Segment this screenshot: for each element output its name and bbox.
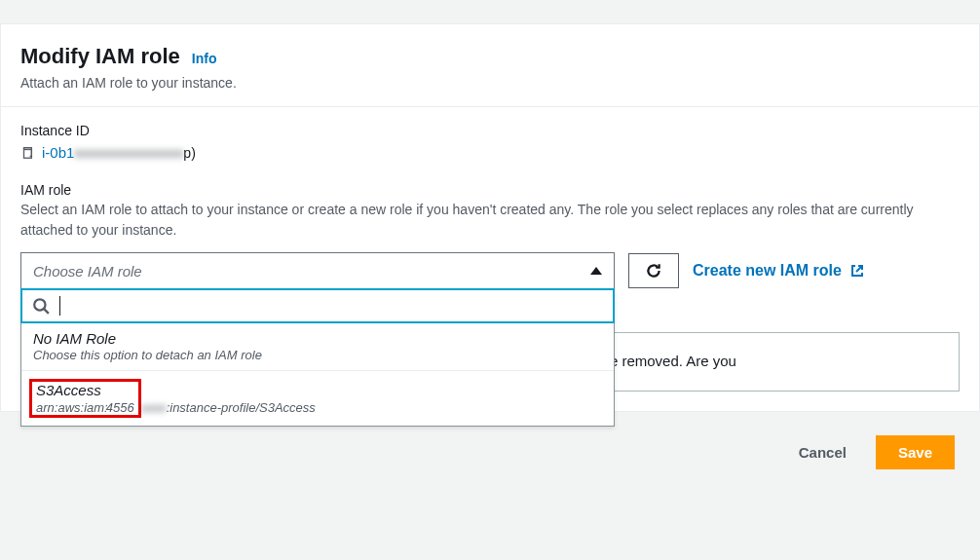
iam-role-description: Select an IAM role to attach to your ins…: [20, 200, 960, 241]
instance-id-label: Instance ID: [20, 123, 960, 138]
create-new-role-link[interactable]: Create new IAM role: [693, 262, 865, 280]
panel-header: Modify IAM role Info Attach an IAM role …: [1, 24, 979, 107]
save-button[interactable]: Save: [876, 435, 955, 469]
svg-point-1: [34, 299, 45, 310]
iam-role-placeholder: Choose IAM role: [33, 263, 142, 280]
modify-iam-role-panel: Modify IAM role Info Attach an IAM role …: [0, 23, 980, 412]
iam-role-select[interactable]: Choose IAM role No IAM Role Choose this …: [20, 252, 615, 289]
dropdown-option-s3access[interactable]: S3Access arn:aws:iam:4556 xxxx:instance-…: [21, 371, 614, 426]
option-arn-prefix: arn:aws:iam:: [36, 400, 108, 415]
svg-line-2: [44, 309, 49, 314]
cancel-button[interactable]: Cancel: [787, 436, 858, 468]
iam-role-dropdown: No IAM Role Choose this option to detach…: [20, 289, 615, 427]
page-subtitle: Attach an IAM role to your instance.: [20, 75, 960, 91]
external-link-icon: [849, 263, 865, 279]
dropdown-search-row[interactable]: [20, 288, 615, 323]
panel-body: Instance ID i-0b1xxxxxxxxxxxxxxxxp) IAM …: [1, 107, 979, 411]
dropdown-search-input[interactable]: [60, 298, 603, 315]
highlight-annotation: S3Access arn:aws:iam:4556: [29, 379, 141, 418]
iam-role-select-row: Choose IAM role No IAM Role Choose this …: [20, 252, 960, 289]
refresh-icon: [645, 262, 662, 280]
chevron-up-icon: [590, 267, 602, 275]
info-link[interactable]: Info: [192, 51, 217, 66]
option-subtitle: Choose this option to detach an IAM role: [33, 348, 602, 362]
refresh-button[interactable]: [628, 253, 679, 288]
instance-id-row: i-0b1xxxxxxxxxxxxxxxxp): [20, 144, 960, 161]
search-icon: [32, 297, 50, 315]
dropdown-option-no-role[interactable]: No IAM Role Choose this option to detach…: [21, 322, 614, 371]
option-title-wrap: S3Access arn:aws:iam:4556 xxxx:instance-…: [33, 379, 602, 418]
iam-role-label: IAM role: [20, 182, 960, 198]
copy-icon[interactable]: [20, 146, 34, 160]
option-title: No IAM Role: [33, 330, 602, 347]
page-title: Modify IAM role: [20, 44, 180, 69]
instance-id-value[interactable]: i-0b1xxxxxxxxxxxxxxxxp): [42, 144, 196, 161]
